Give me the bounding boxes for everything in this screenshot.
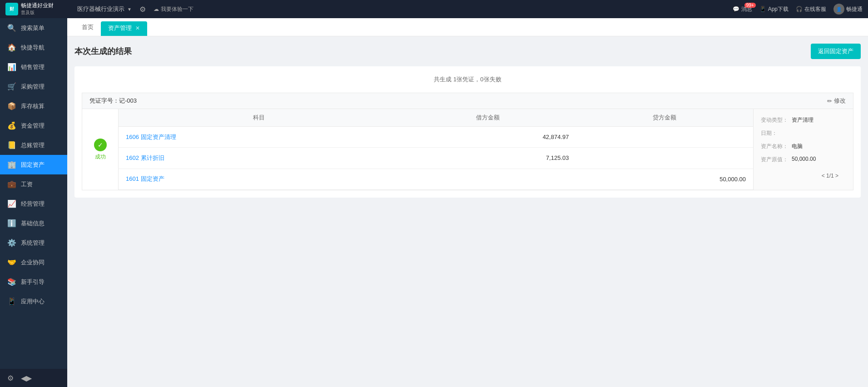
chevron-down-icon: ▼: [127, 7, 132, 12]
sidebar-label-app-center: 应用中心: [21, 298, 45, 306]
sidebar-label-cooperation: 企业协同: [21, 258, 45, 267]
change-type-label: 变动类型：: [761, 116, 788, 124]
row2-credit: [576, 148, 753, 169]
voucher-block: 凭证字号：记-003 ✏ 修改 ✓ 成功: [82, 93, 853, 190]
pagination[interactable]: < 1/1 >: [761, 169, 846, 183]
main-layout: 🔍 搜索菜单 🏠 快捷导航 📊 销售管理 🛒 采购管理 📦 库存核算 💰: [0, 18, 868, 387]
sidebar-item-operations[interactable]: 📈 经营管理: [0, 194, 67, 213]
purchase-icon: 🛒: [7, 82, 16, 91]
voucher-info-panel: 变动类型： 资产清理 日期： 资产名称： 电脑: [753, 109, 853, 190]
voucher-container: ✓ 成功 科目 借方金额 贷方金额: [82, 109, 853, 190]
fixed-assets-icon: 🏢: [7, 160, 16, 169]
date-label: 日期：: [761, 129, 777, 137]
app-download-label: App下载: [768, 5, 789, 13]
settings-icon[interactable]: ⚙: [136, 3, 149, 15]
sidebar-label-finance: 资金管理: [21, 122, 45, 130]
voucher-table: 科目 借方金额 贷方金额 1606 固定资产清理 42,874.97: [119, 109, 753, 190]
cloud-icon: ☁: [154, 6, 159, 12]
row2-subject: 1602 累计折旧: [119, 148, 399, 169]
ledger-icon: 📒: [7, 141, 16, 149]
return-button[interactable]: 返回固定资产: [811, 44, 861, 59]
asset-value-value: 50,000.00: [792, 156, 816, 164]
row3-subject: 1601 固定资产: [119, 169, 399, 189]
sidebar-label-fixed-assets: 固定资产: [21, 161, 45, 169]
info-date: 日期：: [761, 129, 846, 137]
messages-button[interactable]: 💬 消息 99+: [733, 5, 752, 13]
page-content: 本次生成的结果 返回固定资产 共生成 1张凭证，0张失败 凭证字号：记-003 …: [67, 36, 868, 387]
info-asset-name: 资产名称： 电脑: [761, 143, 846, 150]
info-icon: ℹ️: [7, 219, 16, 228]
sidebar-label-system: 系统管理: [21, 239, 45, 247]
table-row: 1602 累计折旧 7,125.03: [119, 148, 753, 169]
mobile-icon: 📱: [759, 6, 766, 12]
sidebar-label-basic-info: 基础信息: [21, 219, 45, 228]
collapse-icon[interactable]: ◀▶: [21, 374, 32, 382]
finance-icon: 💰: [7, 121, 16, 130]
sidebar-item-payroll[interactable]: 💼 工资: [0, 174, 67, 194]
sidebar-item-finance[interactable]: 💰 资金管理: [0, 116, 67, 135]
app-download-button[interactable]: 📱 App下载: [759, 5, 789, 13]
table-row: 1606 固定资产清理 42,874.97: [119, 127, 753, 148]
sidebar-item-cooperation[interactable]: 🤝 企业协同: [0, 253, 67, 272]
company-selector[interactable]: 医疗器械行业演示 ▼: [77, 5, 132, 13]
sidebar-item-inventory[interactable]: 📦 库存核算: [0, 96, 67, 116]
edit-label: 修改: [834, 97, 846, 105]
row3-debit: [399, 169, 576, 189]
sidebar-item-fixed-assets[interactable]: 🏢 固定资产: [0, 155, 67, 174]
sidebar-item-sales[interactable]: 📊 销售管理: [0, 57, 67, 77]
row1-debit: 42,874.97: [399, 127, 576, 148]
table-row: 1601 固定资产 50,000.00: [119, 169, 753, 189]
sidebar-item-quick-nav[interactable]: 🏠 快捷导航: [0, 38, 67, 57]
sidebar-bottom: ⚙ ◀▶: [0, 369, 67, 387]
sidebar-label-quick-nav: 快捷导航: [21, 44, 45, 52]
settings-bottom-icon[interactable]: ⚙: [7, 374, 14, 382]
user-name: 畅捷通: [846, 5, 863, 13]
sidebar-item-purchase[interactable]: 🛒 采购管理: [0, 77, 67, 96]
system-icon: ⚙️: [7, 238, 16, 247]
result-panel: 共生成 1张凭证，0张失败 凭证字号：记-003 ✏ 修改: [74, 66, 861, 198]
experience-label: 我要体验一下: [161, 5, 193, 13]
asset-name-label: 资产名称：: [761, 143, 788, 150]
sidebar-label-search: 搜索菜单: [21, 24, 45, 32]
user-profile[interactable]: 👤 畅捷通: [833, 4, 863, 15]
online-service-button[interactable]: 🎧 在线客服: [796, 5, 826, 13]
tab-close-icon[interactable]: ✕: [135, 25, 140, 31]
tab-bar: 首页 资产管理 ✕: [67, 18, 868, 36]
sidebar-item-basic-info[interactable]: ℹ️ 基础信息: [0, 213, 67, 233]
experience-button[interactable]: ☁ 我要体验一下: [154, 5, 193, 13]
sidebar-item-app-center[interactable]: 📱 应用中心: [0, 292, 67, 311]
edit-icon: ✏: [827, 98, 832, 104]
payroll-icon: 💼: [7, 180, 16, 189]
status-column: ✓ 成功: [82, 109, 119, 190]
sidebar-item-guide[interactable]: 📚 新手引导: [0, 272, 67, 292]
success-text: 成功: [95, 153, 106, 161]
change-type-value: 资产清理: [792, 116, 813, 124]
col-debit: 借方金额: [399, 109, 576, 127]
col-subject: 科目: [119, 109, 399, 127]
result-summary: 共生成 1张凭证，0张失败: [74, 66, 861, 93]
sidebar-item-system[interactable]: ⚙️ 系统管理: [0, 233, 67, 253]
content-area: 首页 资产管理 ✕ 本次生成的结果 返回固定资产 共生成 1张凭证，0张失败 凭…: [67, 18, 868, 387]
asset-name-value: 电脑: [792, 143, 803, 150]
tab-asset-management[interactable]: 资产管理 ✕: [101, 21, 147, 36]
app-name: 畅捷通好业财: [21, 2, 54, 10]
voucher-id: 凭证字号：记-003: [89, 97, 137, 105]
sidebar-label-sales: 销售管理: [21, 63, 45, 71]
row1-credit: [576, 127, 753, 148]
sales-icon: 📊: [7, 63, 16, 71]
home-icon: 🏠: [7, 43, 16, 52]
sidebar-item-search[interactable]: 🔍 搜索菜单: [0, 18, 67, 38]
tab-home[interactable]: 首页: [74, 20, 101, 36]
success-icon: ✓: [94, 139, 107, 151]
voucher-header: 凭证字号：记-003 ✏ 修改: [82, 93, 853, 109]
logo-area: 财 畅捷通好业财 普及版: [5, 2, 73, 16]
tab-home-label: 首页: [82, 24, 94, 30]
sidebar-item-ledger[interactable]: 📒 总账管理: [0, 135, 67, 155]
avatar: 👤: [833, 4, 844, 15]
row2-debit: 7,125.03: [399, 148, 576, 169]
operations-icon: 📈: [7, 199, 16, 208]
inventory-icon: 📦: [7, 102, 16, 110]
app-center-icon: 📱: [7, 297, 16, 306]
edit-button[interactable]: ✏ 修改: [827, 97, 846, 105]
app-version: 普及版: [21, 10, 54, 16]
